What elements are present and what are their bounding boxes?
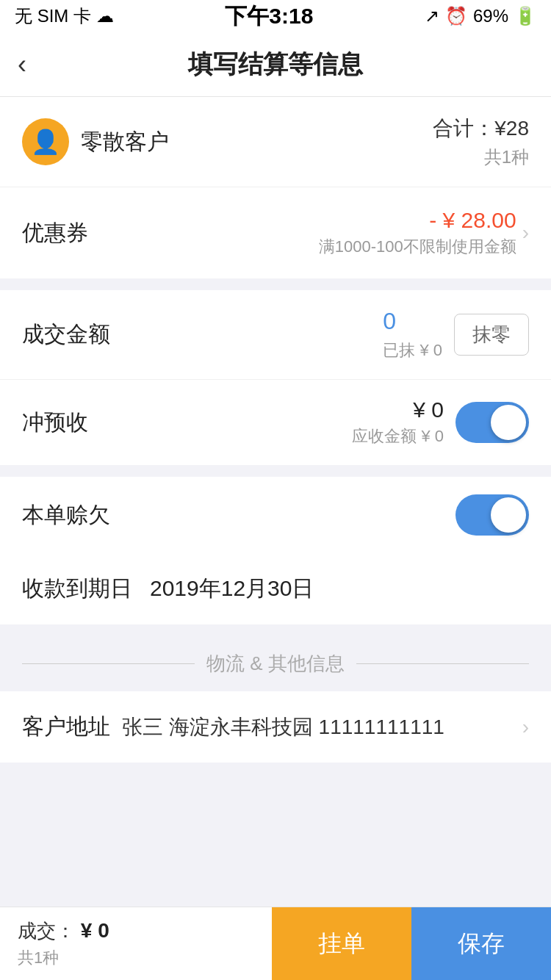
transaction-amount-row: 成交金额 0 已抹 ¥ 0 抹零 — [0, 290, 551, 379]
coupon-right: - ¥ 28.00 满1000-100不限制使用金额 › — [319, 208, 529, 258]
battery-status: 69% — [473, 6, 508, 26]
credit-row: 本单赊欠 — [0, 477, 551, 553]
due-date-value: 2019年12月30日 — [150, 574, 314, 604]
coupon-desc: 满1000-100不限制使用金额 — [319, 236, 516, 258]
customer-left: 👤 零散客户 — [22, 118, 169, 165]
address-value: 张三 海淀永丰科技园 11111111111 — [122, 713, 511, 741]
round-zero-button[interactable]: 抹零 — [454, 314, 529, 356]
transaction-amount-sub: 已抹 ¥ 0 — [383, 339, 442, 361]
coupon-info: - ¥ 28.00 满1000-100不限制使用金额 — [319, 208, 516, 258]
credit-right — [455, 494, 529, 536]
pre-receipt-amount: ¥ 0 — [352, 397, 444, 422]
status-time: 下午3:18 — [225, 1, 313, 32]
customer-section: 👤 零散客户 合计：¥28 共1种 优惠券 - ¥ 28.00 满1000-10… — [0, 97, 551, 278]
coupon-label: 优惠券 — [22, 218, 88, 248]
pre-receipt-label: 冲预收 — [22, 408, 88, 438]
bottom-deal-line: 成交： ¥ 0 — [18, 918, 254, 944]
pre-receipt-right: ¥ 0 应收金额 ¥ 0 — [352, 397, 529, 447]
credit-label: 本单赊欠 — [22, 500, 110, 530]
transaction-amount-col: 0 已抹 ¥ 0 — [383, 308, 442, 361]
due-date-row: 收款到期日 2019年12月30日 — [0, 553, 551, 624]
content-area: 👤 零散客户 合计：¥28 共1种 优惠券 - ¥ 28.00 满1000-10… — [0, 97, 551, 848]
address-chevron-icon: › — [522, 716, 529, 739]
total-amount: 合计：¥28 — [433, 115, 529, 143]
signal-icon: ↗ — [425, 6, 439, 26]
hold-button[interactable]: 挂单 — [272, 907, 411, 980]
pre-receipt-amount-col: ¥ 0 应收金额 ¥ 0 — [352, 397, 444, 447]
bottom-bar: 成交： ¥ 0 共1种 挂单 保存 — [0, 907, 551, 980]
total-count: 共1种 — [433, 145, 529, 169]
logistics-divider: 物流 & 其他信息 — [0, 636, 551, 691]
save-button[interactable]: 保存 — [411, 907, 551, 980]
coupon-chevron-icon: › — [522, 221, 529, 245]
coupon-row[interactable]: 优惠券 - ¥ 28.00 满1000-100不限制使用金额 › — [0, 187, 551, 278]
battery-icon: 🔋 — [514, 6, 536, 26]
transaction-section: 成交金额 0 已抹 ¥ 0 抹零 冲预收 ¥ 0 应收金额 ¥ 0 — [0, 290, 551, 465]
bottom-summary: 成交： ¥ 0 共1种 — [0, 907, 272, 980]
logistics-label: 物流 & 其他信息 — [206, 651, 345, 677]
avatar-icon: 👤 — [31, 128, 60, 156]
pre-receipt-row: 冲预收 ¥ 0 应收金额 ¥ 0 — [0, 379, 551, 465]
bottom-deal-label: 成交： — [18, 920, 75, 942]
bottom-count: 共1种 — [18, 947, 254, 969]
coupon-amount: - ¥ 28.00 — [319, 208, 516, 233]
sim-status: 无 SIM 卡 ☁ — [15, 4, 114, 28]
bottom-deal-amount: ¥ 0 — [81, 919, 109, 942]
clock-icon: ⏰ — [445, 6, 467, 26]
transaction-amount-right: 0 已抹 ¥ 0 抹零 — [383, 308, 529, 361]
back-button[interactable]: ‹ — [18, 49, 26, 80]
address-section: 客户地址 张三 海淀永丰科技园 11111111111 › — [0, 691, 551, 763]
transaction-amount-label: 成交金额 — [22, 320, 110, 350]
customer-right: 合计：¥28 共1种 — [433, 115, 529, 169]
customer-row: 👤 零散客户 合计：¥28 共1种 — [0, 97, 551, 187]
nav-bar: ‹ 填写结算等信息 — [0, 32, 551, 97]
page-title: 填写结算等信息 — [188, 48, 363, 82]
credit-section: 本单赊欠 收款到期日 2019年12月30日 — [0, 477, 551, 624]
status-right: ↗ ⏰ 69% 🔋 — [425, 6, 536, 26]
pre-receipt-toggle[interactable] — [455, 402, 529, 443]
address-label: 客户地址 — [22, 712, 110, 742]
credit-toggle[interactable] — [455, 494, 529, 536]
status-bar: 无 SIM 卡 ☁ 下午3:18 ↗ ⏰ 69% 🔋 — [0, 0, 551, 32]
due-date-label: 收款到期日 — [22, 574, 132, 604]
avatar: 👤 — [22, 118, 69, 165]
customer-name: 零散客户 — [81, 127, 169, 157]
transaction-amount-value: 0 — [383, 308, 442, 335]
status-left: 无 SIM 卡 ☁ — [15, 4, 114, 28]
pre-receipt-sub: 应收金额 ¥ 0 — [352, 425, 444, 447]
address-row[interactable]: 客户地址 张三 海淀永丰科技园 11111111111 › — [0, 691, 551, 763]
